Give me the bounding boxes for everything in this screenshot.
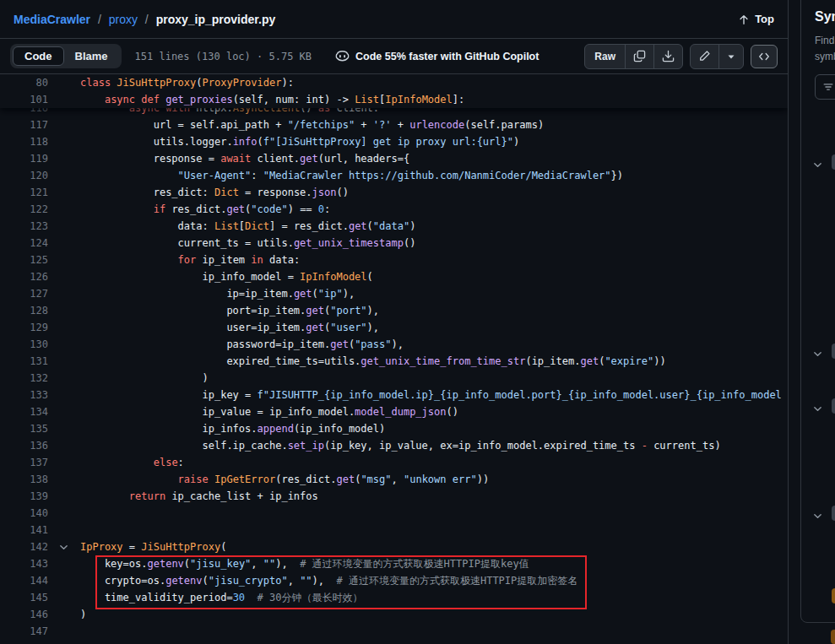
edit-dropdown-button[interactable]	[718, 45, 743, 68]
code-text: "User-Agent": "MediaCrawler https://gith…	[80, 167, 788, 184]
line-gutter	[48, 201, 80, 218]
code-view: 116 async with httpx.AsyncClient() as cl…	[0, 74, 788, 644]
code-text: ip=ip_item.get("ip"),	[80, 285, 788, 302]
code-line: 140	[0, 505, 788, 522]
code-line: 141	[0, 522, 788, 538]
collapse-chevron-icon[interactable]	[48, 538, 80, 555]
code-text: else:	[80, 454, 788, 471]
back-to-top-button[interactable]: Top	[738, 13, 774, 25]
chevron-down-icon[interactable]	[813, 347, 822, 362]
line-number[interactable]: 139	[0, 488, 48, 505]
code-line: 129 user=ip_item.get("user"),	[0, 319, 788, 336]
line-number[interactable]: 136	[0, 437, 48, 454]
breadcrumb-folder-link[interactable]: proxy	[109, 13, 138, 26]
line-number[interactable]: 146	[0, 606, 48, 623]
line-number[interactable]: 138	[0, 471, 48, 488]
copy-raw-button[interactable]	[625, 45, 653, 68]
line-number[interactable]: 80	[0, 74, 48, 91]
symbols-filter-input[interactable]	[815, 74, 835, 100]
line-number[interactable]: 131	[0, 353, 48, 370]
line-number[interactable]: 117	[0, 116, 48, 133]
code-line: 121 res_dict: Dict = response.json()	[0, 184, 788, 201]
line-number[interactable]: 122	[0, 201, 48, 218]
code-line: 125 for ip_item in data:	[0, 252, 788, 268]
line-number[interactable]: 124	[0, 235, 48, 252]
symbol-item[interactable]	[831, 630, 835, 644]
symbols-panel-description: Find definitions and references for func…	[815, 33, 835, 64]
edit-file-button[interactable]	[691, 45, 718, 68]
code-text: IpProxy = JiSuHttpProxy(	[80, 538, 788, 555]
code-text: response = await client.get(url, headers…	[80, 150, 788, 167]
line-gutter	[48, 91, 80, 108]
breadcrumb-separator: /	[145, 13, 149, 26]
annotation-red-box	[95, 555, 587, 609]
line-number[interactable]: 140	[0, 505, 48, 522]
tab-blame[interactable]: Blame	[64, 46, 119, 66]
line-gutter	[48, 184, 80, 201]
symbol-item[interactable]	[832, 344, 835, 359]
line-number[interactable]: 118	[0, 133, 48, 150]
code-line: 128 port=ip_item.get("port"),	[0, 302, 788, 319]
line-number[interactable]: 135	[0, 420, 48, 437]
line-number[interactable]: 121	[0, 184, 48, 201]
line-number[interactable]: 120	[0, 167, 48, 184]
line-number[interactable]: 125	[0, 252, 48, 268]
line-number[interactable]: 141	[0, 522, 48, 538]
breadcrumb-filename: proxy_ip_provider.py	[156, 13, 276, 26]
line-number[interactable]: 134	[0, 403, 48, 420]
line-gutter	[48, 116, 80, 133]
raw-button[interactable]: Raw	[585, 45, 625, 68]
breadcrumb-repo-link[interactable]: MediaCrawler	[14, 13, 90, 26]
code-line: 138 raise IpGetError(res_dict.get("msg",…	[0, 471, 788, 488]
line-number[interactable]: 147	[0, 623, 48, 640]
line-gutter	[48, 353, 80, 370]
chevron-down-icon[interactable]	[813, 158, 822, 173]
line-gutter	[48, 252, 80, 268]
line-gutter	[48, 387, 80, 403]
code-line: 136 self.ip_cache.set_ip(ip_key, ip_valu…	[0, 437, 788, 454]
code-text: if res_dict.get("code") == 0:	[80, 201, 788, 218]
line-number[interactable]: 137	[0, 454, 48, 471]
tab-code[interactable]: Code	[13, 46, 64, 66]
line-number[interactable]: 119	[0, 150, 48, 167]
line-number[interactable]: 123	[0, 218, 48, 235]
pencil-icon	[698, 50, 711, 62]
code-text: ip_value = ip_info_model.model_dump_json…	[80, 403, 788, 420]
line-number[interactable]: 129	[0, 319, 48, 336]
symbol-item[interactable]	[832, 154, 835, 170]
line-gutter	[48, 437, 80, 454]
line-gutter	[48, 370, 80, 387]
symbol-item[interactable]	[832, 588, 835, 603]
line-number[interactable]: 127	[0, 285, 48, 302]
code-text	[80, 505, 788, 522]
chevron-down-icon[interactable]	[813, 509, 822, 524]
chevron-down-icon[interactable]	[813, 402, 822, 417]
line-number[interactable]: 132	[0, 370, 48, 387]
line-number[interactable]: 144	[0, 572, 48, 589]
symbols-toggle-button[interactable]	[751, 45, 778, 68]
line-number[interactable]: 145	[0, 589, 48, 606]
code-line: 80class JiSuHttpProxy(ProxyProvider):	[0, 74, 788, 91]
line-number[interactable]: 133	[0, 387, 48, 403]
line-gutter	[48, 555, 80, 572]
symbol-item[interactable]	[832, 506, 835, 521]
line-number[interactable]: 126	[0, 268, 48, 285]
line-gutter	[48, 606, 80, 623]
code-line: 130 password=ip_item.get("pass"),	[0, 336, 788, 353]
symbol-item[interactable]	[832, 398, 835, 414]
line-gutter	[48, 268, 80, 285]
line-number[interactable]: 101	[0, 91, 48, 108]
copilot-banner: Code 55% faster with GitHub Copilot	[335, 49, 539, 63]
line-gutter	[48, 454, 80, 471]
code-line: 147	[0, 623, 788, 640]
line-number[interactable]: 130	[0, 336, 48, 353]
code-blame-switch: Code Blame	[10, 44, 122, 68]
line-number[interactable]: 128	[0, 302, 48, 319]
code-text: self.ip_cache.set_ip(ip_key, ip_value, e…	[80, 437, 788, 454]
line-number[interactable]: 143	[0, 555, 48, 572]
code-line: 139 return ip_cache_list + ip_infos	[0, 488, 788, 505]
arrow-up-icon	[738, 14, 750, 25]
line-number[interactable]: 142	[0, 538, 48, 555]
download-raw-button[interactable]	[653, 45, 682, 68]
line-gutter	[48, 471, 80, 488]
